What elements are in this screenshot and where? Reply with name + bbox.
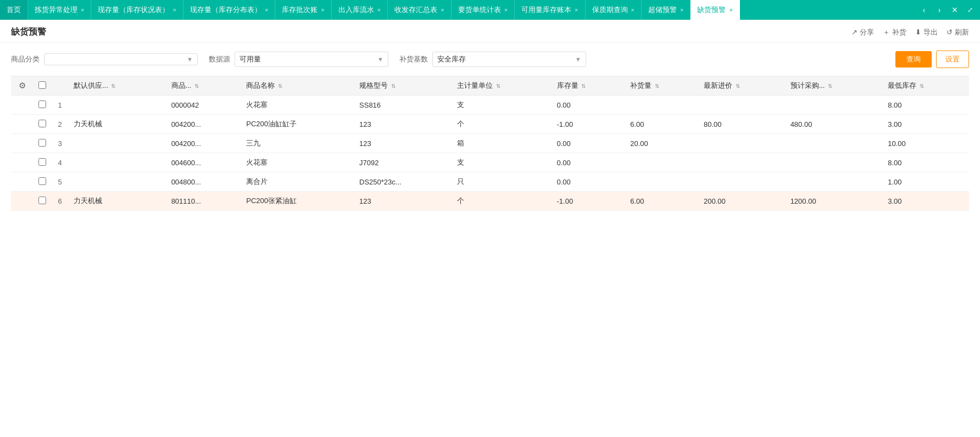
table-header-row: ⚙ 默认供应... ⇅ 商品... ⇅ 商品名称	[11, 76, 969, 96]
close-requisition-tab[interactable]: ×	[504, 7, 508, 13]
close-available-tab[interactable]: ×	[575, 7, 578, 13]
close-summary-tab[interactable]: ×	[441, 7, 444, 13]
row-spec: 123	[354, 192, 452, 211]
row-product-code: 004600...	[166, 153, 241, 172]
row-unit: 个	[452, 115, 552, 134]
close-expiry-tab[interactable]: ×	[631, 7, 634, 13]
column-stock-header[interactable]: 库存量 ⇅	[552, 76, 625, 96]
column-supplier-header[interactable]: 默认供应... ⇅	[68, 76, 166, 96]
settings-button[interactable]: 设置	[936, 51, 969, 68]
column-restock-header[interactable]: 补货量 ⇅	[625, 76, 698, 96]
tab-label-available: 可用量库存账本	[521, 5, 571, 15]
row-product-code: 004200...	[166, 115, 241, 134]
nav-tab-stock-status[interactable]: 现存量（库存状况表） ×	[91, 0, 183, 20]
category-select[interactable]: ▼	[44, 53, 198, 65]
close-stock-dist-tab[interactable]: ×	[265, 7, 268, 13]
row-price: 200.00	[698, 192, 785, 211]
nav-next-button[interactable]: ›	[932, 2, 947, 18]
column-minstock-header[interactable]: 最低库存 ⇅	[882, 76, 969, 96]
close-picking-tab[interactable]: ×	[81, 7, 84, 13]
select-all-checkbox[interactable]	[38, 81, 46, 89]
row-checkbox-cell[interactable]	[33, 192, 52, 211]
row-checkbox[interactable]	[38, 139, 46, 147]
row-checkbox-cell[interactable]	[33, 96, 52, 115]
datasource-select[interactable]: 可用量 ▼	[235, 52, 388, 67]
row-number: 6	[52, 192, 68, 211]
column-settings-header[interactable]: ⚙	[11, 76, 33, 96]
row-checkbox-cell[interactable]	[33, 134, 52, 153]
nav-controls: ‹ › × ⤢	[914, 2, 980, 18]
row-stock: -1.00	[552, 115, 625, 134]
row-number: 5	[52, 172, 68, 192]
refresh-label: 刷新	[955, 27, 969, 37]
page-title: 缺货预警	[11, 26, 46, 38]
gear-icon[interactable]: ⚙	[19, 81, 26, 90]
nav-tab-summary[interactable]: 收发存汇总表 ×	[388, 0, 451, 20]
row-checkbox-cell[interactable]	[33, 153, 52, 172]
column-spec-header[interactable]: 规格型号 ⇅	[354, 76, 452, 96]
row-checkbox[interactable]	[38, 120, 46, 127]
product-code-sort-icon: ⇅	[194, 83, 199, 89]
restock-button[interactable]: ＋ 补货	[883, 27, 906, 37]
nav-tab-available[interactable]: 可用量库存账本 ×	[515, 0, 585, 20]
page-header: 缺货预警 ↗ 分享 ＋ 补货 ⬇ 导出 ↺ 刷新	[0, 20, 980, 43]
row-checkbox[interactable]	[38, 177, 46, 185]
nav-maximize-button[interactable]: ⤢	[962, 2, 978, 18]
export-button[interactable]: ⬇ 导出	[915, 27, 938, 37]
column-product-name-header[interactable]: 商品名称 ⇅	[241, 76, 354, 96]
row-checkbox-cell[interactable]	[33, 115, 52, 134]
nav-close-all-button[interactable]: ×	[947, 2, 962, 18]
datasource-dropdown-icon: ▼	[377, 56, 383, 63]
close-stock-status-tab[interactable]: ×	[172, 7, 176, 13]
close-inout-tab[interactable]: ×	[377, 7, 381, 13]
row-restock	[625, 153, 698, 172]
restock-base-select[interactable]: 安全库存 ▼	[432, 52, 586, 67]
row-purchase: 1200.00	[785, 192, 883, 211]
close-shortage-tab[interactable]: ×	[729, 7, 732, 13]
nav-tab-expiry[interactable]: 保质期查询 ×	[586, 0, 642, 20]
column-unit-header[interactable]: 主计量单位 ⇅	[452, 76, 552, 96]
close-overstock-tab[interactable]: ×	[680, 7, 683, 13]
row-price	[698, 96, 785, 115]
row-unit: 只	[452, 172, 552, 192]
row-restock: 6.00	[625, 192, 698, 211]
nav-tab-home[interactable]: 首页	[0, 0, 28, 20]
nav-tab-batch[interactable]: 库存批次账 ×	[275, 0, 331, 20]
row-supplier	[68, 96, 166, 115]
row-unit: 箱	[452, 134, 552, 153]
table-container: ⚙ 默认供应... ⇅ 商品... ⇅ 商品名称	[0, 76, 980, 211]
nav-tab-inout[interactable]: 出入库流水 ×	[332, 0, 388, 20]
row-supplier	[68, 134, 166, 153]
column-checkbox-header[interactable]	[33, 76, 52, 96]
row-product-code: 801110...	[166, 192, 241, 211]
share-label: 分享	[860, 27, 874, 37]
tab-label-requisition: 要货单统计表	[458, 5, 501, 15]
row-checkbox[interactable]	[38, 158, 46, 166]
query-button[interactable]: 查询	[895, 51, 932, 68]
nav-tab-overstock[interactable]: 超储预警 ×	[642, 0, 691, 20]
nav-prev-button[interactable]: ‹	[916, 2, 932, 18]
nav-tab-shortage[interactable]: 缺货预警 ×	[691, 0, 739, 20]
table-row: 6 力天机械 801110... PC200张紧油缸 123 个 -1.00 6…	[11, 192, 969, 211]
table-row: 5 004800... 离合片 DS250*23c... 只 0.00 1.00	[11, 172, 969, 192]
nav-tab-requisition[interactable]: 要货单统计表 ×	[452, 0, 515, 20]
table-row: 3 004200... 三九 123 箱 0.00 20.00 10.00	[11, 134, 969, 153]
row-restock	[625, 172, 698, 192]
nav-tab-stock-dist[interactable]: 现存量（库存分布表） ×	[183, 0, 275, 20]
refresh-button[interactable]: ↺ 刷新	[946, 27, 969, 37]
column-purchase-header[interactable]: 预计采购... ⇅	[785, 76, 883, 96]
row-checkbox[interactable]	[38, 197, 46, 204]
row-minstock: 8.00	[882, 96, 969, 115]
table-row: 2 力天机械 004200... PC200油缸缸子 123 个 -1.00 6…	[11, 115, 969, 134]
row-checkbox-cell[interactable]	[33, 172, 52, 192]
export-icon: ⬇	[915, 28, 921, 36]
row-checkbox[interactable]	[38, 100, 46, 108]
column-price-header[interactable]: 最新进价 ⇅	[698, 76, 785, 96]
share-button[interactable]: ↗ 分享	[851, 27, 874, 37]
row-spec: 123	[354, 115, 452, 134]
nav-tab-picking[interactable]: 拣货异常处理 ×	[28, 0, 91, 20]
close-batch-tab[interactable]: ×	[321, 7, 324, 13]
row-number: 3	[52, 134, 68, 153]
column-product-code-header[interactable]: 商品... ⇅	[166, 76, 241, 96]
stock-sort-icon: ⇅	[581, 83, 586, 89]
